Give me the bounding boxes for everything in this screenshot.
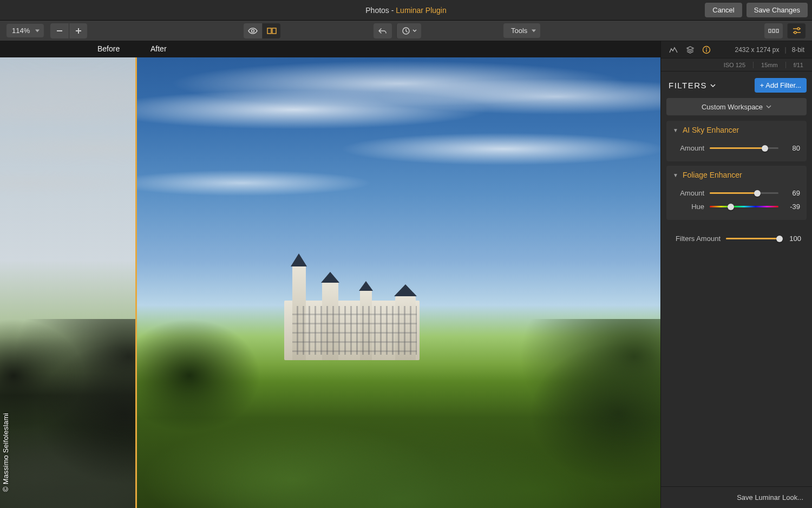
chevron-down-icon [710,83,716,88]
filters-panel-button[interactable] [787,23,806,38]
sidebar: 2432 x 1274 px | 8-bit ISO 125 15mm f/11… [660,41,812,508]
canvas-area[interactable]: Before After [0,41,660,508]
add-filter-button[interactable]: + Add Filter... [755,78,807,93]
main-area: Before After [0,41,812,508]
plugin-name: Luminar Plugin [396,6,446,15]
slider-row[interactable]: Hue-39 [673,200,800,213]
bit-depth: 8-bit [792,46,804,54]
svg-rect-8 [772,29,775,32]
svg-rect-7 [769,29,771,32]
exif-aperture: f/11 [785,62,803,68]
after-image [137,57,660,508]
svg-point-13 [794,31,796,34]
workspace-select[interactable]: Custom Workspace [666,98,807,115]
save-look-button[interactable]: Save Luminar Look... [661,486,812,508]
filter-name: AI Sky Enhancer [683,126,739,134]
slider-label: Hue [673,203,704,211]
filters-amount-slider[interactable]: Filters Amount 100 [672,232,801,245]
exif-info: ISO 125 15mm f/11 [661,58,812,71]
filter-panel: ▼Foliage EnhancerAmount69Hue-39 [666,166,807,220]
zoom-out-button[interactable] [50,23,69,38]
filter-panel: ▼AI Sky EnhancerAmount80 [666,121,807,161]
exif-iso: ISO 125 [724,62,745,68]
eye-icon [247,27,258,35]
preview-original-button[interactable] [244,23,262,38]
cancel-button[interactable]: Cancel [705,3,742,17]
svg-point-15 [706,48,707,49]
zoom-in-button[interactable] [69,23,87,38]
compare-divider[interactable] [135,57,137,508]
svg-rect-16 [706,49,706,52]
window-title: Photos - Luminar Plugin [365,6,446,15]
svg-rect-0 [57,30,62,31]
slider-label: Amount [673,144,704,152]
castle-illustration [263,246,447,376]
app-name: Photos [365,6,389,15]
toolbar: 114% Tools [0,21,812,41]
tools-menu-button[interactable]: Tools [503,23,540,38]
chevron-down-icon [766,104,771,109]
histogram-tab[interactable] [669,45,678,54]
slider-value: 69 [784,189,800,197]
slider-label: Amount [673,189,704,197]
history-button[interactable] [396,23,421,38]
sliders-icon [792,27,802,35]
info-tab[interactable] [702,45,711,54]
layers-tab[interactable] [686,45,695,54]
chevron-down-icon [412,29,417,33]
after-label: After [150,41,167,56]
slider-row[interactable]: Amount69 [673,186,800,200]
svg-point-3 [252,29,254,32]
split-view-icon [266,27,277,35]
exif-focal: 15mm [753,62,778,68]
svg-rect-5 [272,28,276,34]
filmstrip-button[interactable] [764,23,783,38]
save-changes-button[interactable]: Save Changes [746,3,808,17]
zoom-select[interactable]: 114% [6,24,44,37]
image-dimensions: 2432 x 1274 px [735,46,779,54]
filter-panel-header[interactable]: ▼Foliage Enhancer [666,166,807,184]
clock-icon [402,27,410,35]
svg-point-11 [797,28,800,30]
slider-value: 80 [784,144,800,152]
svg-rect-9 [776,29,778,32]
svg-rect-2 [78,28,79,34]
minus-icon [56,27,63,35]
titlebar: Photos - Luminar Plugin Cancel Save Chan… [0,0,812,21]
histogram-icon [669,46,678,54]
plus-icon [75,27,82,35]
undo-icon [378,27,388,35]
disclosure-triangle-icon: ▼ [673,172,678,178]
filters-heading[interactable]: FILTERS [669,81,716,90]
before-image [0,57,135,508]
slider-row[interactable]: Amount80 [673,141,800,155]
slider-value: -39 [784,203,800,211]
filmstrip-icon [768,28,779,34]
filter-panel-header[interactable]: ▼AI Sky Enhancer [666,121,807,139]
info-icon [702,45,711,54]
compare-view-button[interactable] [262,23,280,38]
photo-credit: © Massimo Seifoleslami [2,413,10,492]
before-label: Before [97,41,120,56]
layers-icon [686,45,695,54]
disclosure-triangle-icon: ▼ [673,127,678,133]
undo-button[interactable] [374,23,392,38]
filter-name: Foliage Enhancer [683,171,742,179]
svg-rect-4 [267,28,271,34]
